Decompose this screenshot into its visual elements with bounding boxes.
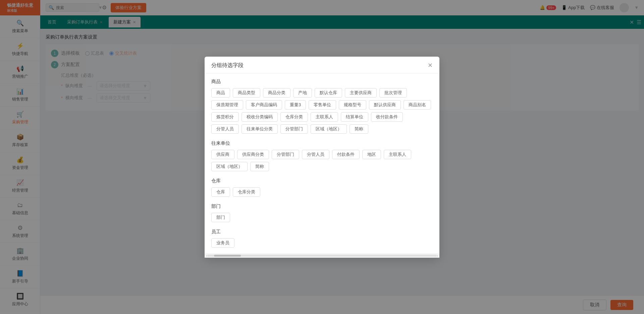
chip-goods-6[interactable]: 主要供应商	[345, 88, 377, 98]
chip-warehouse-2[interactable]: 仓库分类	[233, 187, 260, 197]
chip-goods-11[interactable]: 零售单位	[309, 100, 336, 110]
chip-goods-10[interactable]: 重量3	[285, 100, 306, 110]
chip-partner-5[interactable]: 付款条件	[332, 150, 360, 159]
chip-goods-17[interactable]: 仓库分类	[280, 112, 308, 122]
modal-close-btn[interactable]: ✕	[428, 62, 433, 68]
chip-goods-18[interactable]: 主联系人	[311, 112, 338, 122]
section-employee-title: 员工	[211, 229, 433, 235]
section-warehouse-chips: 仓库 仓库分类	[211, 187, 433, 197]
section-warehouse-title: 仓库	[211, 178, 433, 184]
section-partner-title: 往来单位	[211, 140, 433, 146]
section-employee-chips: 业务员	[211, 238, 433, 248]
section-goods-chips: 商品 商品类型 商品分类 产地 默认仓库 主要供应商 批次管理 保质期管理 客户…	[211, 88, 433, 134]
chip-partner-9[interactable]: 简称	[250, 162, 269, 171]
chip-goods-14[interactable]: 商品别名	[404, 100, 431, 110]
chip-goods-1[interactable]: 商品	[211, 88, 230, 98]
modal-scrollbar[interactable]: ‹ ›	[205, 254, 439, 258]
chip-partner-7[interactable]: 主联系人	[384, 150, 411, 159]
modal-body[interactable]: 商品 商品 商品类型 商品分类 产地 默认仓库 主要供应商 批次管理 保质期管理…	[205, 73, 439, 254]
section-warehouse: 仓库 仓库 仓库分类	[211, 178, 433, 197]
chip-goods-23[interactable]: 分管部门	[280, 124, 308, 134]
chip-goods-22[interactable]: 往来单位分类	[241, 124, 278, 134]
section-department-chips: 部门	[211, 213, 433, 222]
scroll-thumb[interactable]	[214, 255, 241, 257]
field-selection-modal: 分组待选字段 ✕ 商品 商品 商品类型 商品分类 产地 默认仓库 主要供应商 批…	[205, 57, 439, 258]
section-partner-chips: 供应商 供应商分类 分管部门 分管人员 付款条件 地区 主联系人 区域（地区） …	[211, 150, 433, 171]
scroll-right-arrow[interactable]: ›	[437, 253, 438, 258]
chip-partner-4[interactable]: 分管人员	[302, 150, 329, 159]
chip-goods-12[interactable]: 规格型号	[339, 100, 366, 110]
section-employee: 员工 业务员	[211, 229, 433, 248]
chip-goods-7[interactable]: 批次管理	[379, 88, 407, 98]
scroll-track	[207, 255, 437, 257]
chip-goods-3[interactable]: 商品分类	[263, 88, 290, 98]
chip-goods-19[interactable]: 结算单位	[341, 112, 368, 122]
section-goods-title: 商品	[211, 79, 433, 85]
chip-goods-8[interactable]: 保质期管理	[211, 100, 243, 110]
chip-warehouse-1[interactable]: 仓库	[211, 187, 230, 197]
modal-header: 分组待选字段 ✕	[205, 57, 439, 73]
chip-dept-1[interactable]: 部门	[211, 213, 230, 222]
chip-goods-24[interactable]: 区域（地区）	[311, 124, 347, 134]
chip-goods-20[interactable]: 收付款条件	[371, 112, 403, 122]
section-department: 部门 部门	[211, 203, 433, 222]
chip-goods-25[interactable]: 简称	[350, 124, 368, 134]
chip-goods-16[interactable]: 税收分类编码	[241, 112, 278, 122]
chip-partner-6[interactable]: 地区	[362, 150, 381, 159]
modal-backdrop: 分组待选字段 ✕ 商品 商品 商品类型 商品分类 产地 默认仓库 主要供应商 批…	[0, 0, 644, 314]
chip-goods-2[interactable]: 商品类型	[233, 88, 260, 98]
chip-goods-9[interactable]: 客户商品编码	[246, 100, 282, 110]
chip-partner-1[interactable]: 供应商	[211, 150, 234, 159]
chip-emp-1[interactable]: 业务员	[211, 238, 234, 248]
chip-goods-5[interactable]: 默认仓库	[315, 88, 342, 98]
chip-goods-13[interactable]: 默认供应商	[369, 100, 401, 110]
section-partner: 往来单位 供应商 供应商分类 分管部门 分管人员 付款条件 地区 主联系人 区域…	[211, 140, 433, 171]
section-department-title: 部门	[211, 203, 433, 209]
modal-title: 分组待选字段	[211, 62, 244, 69]
chip-goods-15[interactable]: 炼货积分	[211, 112, 239, 122]
chip-partner-3[interactable]: 分管部门	[272, 150, 299, 159]
chip-goods-21[interactable]: 分管人员	[211, 124, 239, 134]
chip-partner-8[interactable]: 区域（地区）	[211, 162, 248, 171]
chip-partner-2[interactable]: 供应商分类	[237, 150, 269, 159]
chip-goods-4[interactable]: 产地	[293, 88, 312, 98]
section-goods: 商品 商品 商品类型 商品分类 产地 默认仓库 主要供应商 批次管理 保质期管理…	[211, 79, 433, 134]
